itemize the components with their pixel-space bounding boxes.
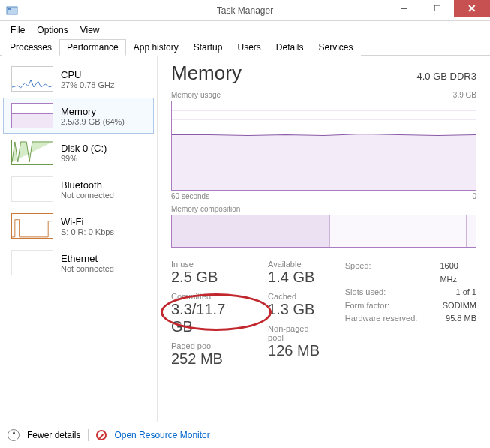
menu-options[interactable]: Options <box>31 23 74 37</box>
slots-key: Slots used: <box>345 286 428 299</box>
close-button[interactable]: ✕ <box>454 0 490 17</box>
chevron-up-icon: ˄ <box>8 429 20 441</box>
sidebar-item-memory[interactable]: Memory2.5/3.9 GB (64%) <box>3 98 154 134</box>
svg-rect-2 <box>8 11 16 11</box>
memory-composition-chart[interactable] <box>171 215 476 248</box>
resource-monitor-icon <box>96 430 107 440</box>
app-icon <box>6 5 18 17</box>
available-label: Available <box>268 260 323 269</box>
pagedpool-value: 252 MB <box>171 350 245 368</box>
memory-usage-chart[interactable] <box>171 101 476 191</box>
sidebar-item-disk[interactable]: Disk 0 (C:)99% <box>3 134 154 170</box>
minimize-button[interactable]: ─ <box>388 0 421 17</box>
memory-thumb <box>11 103 53 128</box>
nonpaged-value: 126 MB <box>268 342 323 359</box>
page-subtitle: 4.0 GB DDR3 <box>417 71 476 82</box>
tab-startup[interactable]: Startup <box>186 39 230 56</box>
wifi-title: Wi-Fi <box>61 216 114 227</box>
sidebar: CPU27% 0.78 GHz Memory2.5/3.9 GB (64%) D… <box>0 56 158 422</box>
tab-details[interactable]: Details <box>269 39 311 56</box>
available-value: 1.4 GB <box>268 269 323 286</box>
committed-value: 3.3/11.7 GB <box>171 301 245 335</box>
tab-bar: Processes Performance App history Startu… <box>0 38 490 56</box>
fewer-details-link[interactable]: Fewer details <box>27 430 80 440</box>
memory-title: Memory <box>61 106 125 117</box>
cached-label: Cached <box>268 292 323 301</box>
bluetooth-thumb <box>11 176 53 202</box>
cpu-thumb <box>11 66 53 92</box>
slots-val: 1 of 1 <box>455 286 476 299</box>
usage-chart-max: 3.9 GB <box>453 91 476 99</box>
tab-performance[interactable]: Performance <box>59 39 126 56</box>
cpu-sub: 27% 0.78 GHz <box>61 80 115 89</box>
wifi-sub: S: 0 R: 0 Kbps <box>61 227 114 236</box>
main-panel: Memory 4.0 GB DDR3 Memory usage3.9 GB 60… <box>158 56 490 422</box>
ethernet-thumb <box>11 250 53 275</box>
axis-right: 0 <box>472 192 476 200</box>
ethernet-sub: Not connected <box>61 264 114 273</box>
titlebar[interactable]: Task Manager ─ ☐ ✕ <box>0 0 490 21</box>
cached-value: 1.3 GB <box>268 301 323 318</box>
menu-view[interactable]: View <box>74 23 106 37</box>
tab-services[interactable]: Services <box>311 39 361 56</box>
page-title: Memory <box>171 62 242 85</box>
footer-separator <box>88 429 89 441</box>
reserved-val: 95.8 MB <box>446 312 476 326</box>
inuse-label: In use <box>171 260 245 269</box>
disk-title: Disk 0 (C:) <box>61 143 107 154</box>
speed-val: 1600 MHz <box>440 260 476 286</box>
wifi-thumb <box>11 213 53 239</box>
menu-file[interactable]: File <box>5 23 31 37</box>
usage-chart-label: Memory usage <box>171 91 221 99</box>
maximize-button[interactable]: ☐ <box>421 0 454 17</box>
form-val: SODIMM <box>443 299 476 313</box>
open-resource-monitor-link[interactable]: Open Resource Monitor <box>114 430 209 440</box>
form-key: Form factor: <box>345 299 428 313</box>
svg-marker-3 <box>172 134 476 191</box>
cpu-title: CPU <box>61 69 115 80</box>
reserved-key: Hardware reserved: <box>345 312 428 326</box>
nonpaged-label: Non-paged pool <box>268 324 323 342</box>
speed-key: Speed: <box>345 260 425 286</box>
bluetooth-title: Bluetooth <box>61 179 114 191</box>
menubar: File Options View <box>0 21 490 38</box>
disk-sub: 99% <box>61 154 107 163</box>
sidebar-item-wifi[interactable]: Wi-FiS: 0 R: 0 Kbps <box>3 208 154 244</box>
sidebar-item-ethernet[interactable]: EthernetNot connected <box>3 245 154 281</box>
pagedpool-label: Paged pool <box>171 341 245 350</box>
inuse-value: 2.5 GB <box>171 269 245 286</box>
svg-rect-1 <box>8 8 11 10</box>
disk-thumb <box>11 140 53 165</box>
sidebar-item-bluetooth[interactable]: BluetoothNot connected <box>3 171 154 207</box>
tab-users[interactable]: Users <box>230 39 268 56</box>
ethernet-title: Ethernet <box>61 253 114 264</box>
bluetooth-sub: Not connected <box>61 191 114 200</box>
footer: ˄ Fewer details Open Resource Monitor <box>0 422 490 447</box>
memory-sub: 2.5/3.9 GB (64%) <box>61 117 125 126</box>
composition-label: Memory composition <box>171 205 240 213</box>
sidebar-item-cpu[interactable]: CPU27% 0.78 GHz <box>3 61 154 97</box>
tab-app-history[interactable]: App history <box>126 39 186 56</box>
committed-label: Committed <box>171 292 245 301</box>
tab-processes[interactable]: Processes <box>2 39 59 56</box>
axis-left: 60 seconds <box>171 192 209 200</box>
